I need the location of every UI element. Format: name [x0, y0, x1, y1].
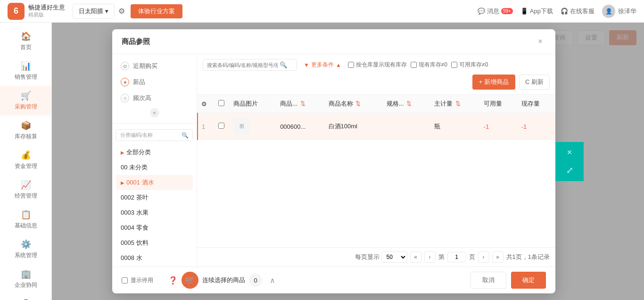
page-size-select[interactable]: 10 20 50 100	[381, 251, 407, 263]
product-thumbnail: 图	[233, 118, 250, 135]
col-code[interactable]: 商品... ⇅	[276, 95, 324, 113]
right-expand-button[interactable]: ⤢	[566, 165, 573, 175]
app-download-item[interactable]: 📱 App下载	[520, 7, 553, 16]
checkbox-warehouse-input[interactable]	[348, 62, 354, 68]
checkbox-available-not-zero[interactable]: 可用库存≠0	[451, 61, 488, 69]
category-all[interactable]: ▶ 全部分类	[116, 145, 193, 160]
quick-recent[interactable]: ⊙ 近期购买	[116, 58, 193, 74]
row-image-cell: 图	[230, 113, 276, 140]
user-avatar-area[interactable]: 👤 徐泽华	[602, 5, 636, 18]
sidebar-item-finance[interactable]: 💰 资金管理	[0, 145, 51, 175]
category-0003[interactable]: 0003 水果	[116, 205, 193, 220]
prev-page-button[interactable]: ‹	[424, 251, 436, 263]
product-table-wrapper: ⚙ 商品图片	[197, 95, 555, 247]
headset-icon: 🎧	[561, 8, 568, 15]
row-checkbox[interactable]	[218, 123, 224, 129]
dropdown-arrow: ▾	[105, 8, 108, 15]
recent-icon: ⊙	[121, 62, 129, 70]
more-filter-button[interactable]: ▼ 更多条件 ▲	[301, 59, 344, 71]
last-page-button[interactable]: »	[492, 251, 504, 263]
add-product-button[interactable]: + 新增商品	[472, 75, 515, 90]
filter-icon: ▼	[304, 62, 309, 68]
fold-button[interactable]: ∧	[266, 274, 279, 287]
sidebar-label-operation: 经营管理	[15, 192, 37, 200]
sidebar-item-home[interactable]: 🏠 首页	[0, 26, 51, 56]
main-layout: 🏠 首页 📊 销售管理 🛒 采购管理 📦 库存核算 💰 资金管理 📈 经营管理 …	[0, 23, 644, 300]
category-0005[interactable]: 0005 饮料	[116, 235, 193, 250]
store-selector[interactable]: 日太阳膜 ▾	[73, 4, 115, 19]
logo-sub: 精易版	[28, 11, 65, 18]
col-settings-icon: ⚙	[201, 100, 207, 108]
sidebar-item-inventory[interactable]: 📦 库存核算	[0, 116, 51, 145]
category-0001[interactable]: ▶ 0001 酒水	[116, 175, 193, 190]
right-close-button[interactable]: ×	[567, 148, 572, 158]
col-checkbox[interactable]	[215, 95, 230, 113]
checkbox-stock-input[interactable]	[411, 62, 417, 68]
sidebar-item-operation[interactable]: 📈 经营管理	[0, 175, 51, 205]
show-disabled-label: 显示停用	[131, 276, 153, 284]
message-icon: 💬	[478, 8, 485, 15]
message-item[interactable]: 💬 消息 99+	[478, 7, 513, 16]
category-00[interactable]: 00 未分类	[116, 160, 193, 175]
next-page-button[interactable]: ›	[478, 251, 489, 263]
col-settings[interactable]: ⚙	[198, 95, 215, 113]
category-0002[interactable]: 0002 茶叶	[116, 190, 193, 205]
cart-icon[interactable]: 🛒	[182, 272, 198, 289]
purchase-icon: 🛒	[21, 91, 31, 101]
sidebar-item-sales[interactable]: 📊 销售管理	[0, 56, 51, 86]
total-info: 共1页，1条记录	[506, 253, 550, 261]
divider	[112, 123, 197, 124]
sidebar-item-basic[interactable]: 📋 基础信息	[0, 205, 51, 234]
sidebar-item-enterprise[interactable]: 🏢 企业协同	[0, 264, 51, 294]
category-0004[interactable]: 0004 零食	[116, 220, 193, 235]
product-reference-modal: 商品参照 × ⊙ 近期购买 ★ 新	[112, 29, 555, 293]
col-spec[interactable]: 规格... ⇅	[383, 95, 430, 113]
sidebar-label-enterprise: 企业协同	[15, 281, 37, 289]
sidebar-item-guide[interactable]: 🎯 新手引导	[0, 294, 51, 300]
page-number-input[interactable]	[447, 252, 466, 262]
store-name: 日太阳膜	[79, 7, 103, 16]
product-search-box[interactable]: 🔍	[203, 59, 297, 71]
logo-name: 畅捷通好生意	[28, 4, 65, 12]
logo-area: 6 畅捷通好生意 精易版	[8, 3, 65, 20]
product-search-input[interactable]	[207, 62, 278, 68]
enterprise-icon: 🏢	[21, 269, 31, 279]
col-name[interactable]: 商品名称 ⇅	[325, 95, 383, 113]
refresh-button[interactable]: C 刷新	[519, 75, 550, 90]
online-service-item[interactable]: 🎧 在线客服	[561, 7, 594, 16]
select-all-checkbox[interactable]	[218, 100, 224, 106]
row-checkbox-cell[interactable]	[215, 113, 230, 140]
confirm-button[interactable]: 确定	[511, 272, 546, 289]
modal-right-panel: 🔍 ▼ 更多条件 ▲ 按仓库显示现有库存	[197, 54, 555, 267]
page-size-selector[interactable]: 每页显示 10 20 50 100	[355, 251, 407, 263]
modal-header: 商品参照 ×	[112, 29, 555, 54]
category-search[interactable]: 分类编码/名称 🔍	[116, 129, 193, 141]
logo-icon: 6	[8, 3, 25, 20]
first-page-button[interactable]: «	[410, 251, 421, 263]
spec-sort-icon: ⇅	[406, 100, 412, 107]
sidebar-label-system: 系统管理	[15, 251, 37, 259]
sidebar-item-system[interactable]: ⚙️ 系统管理	[0, 234, 51, 264]
help-icon: ❓	[168, 276, 178, 285]
category-search-placeholder: 分类编码/名称	[120, 132, 153, 139]
show-disabled-checkbox[interactable]	[122, 277, 128, 283]
modal-close-button[interactable]: ×	[535, 36, 546, 47]
cancel-button[interactable]: 取消	[471, 272, 506, 289]
cart-count: 0	[249, 274, 262, 287]
checkbox-available-input[interactable]	[451, 62, 457, 68]
nav-right: 💬 消息 99+ 📱 App下载 🎧 在线客服 👤 徐泽华	[478, 5, 636, 18]
category-0008[interactable]: 0008 水	[116, 250, 193, 263]
sidebar-item-purchase[interactable]: 🛒 采购管理	[0, 86, 51, 116]
table-row[interactable]: 1 图 000600...	[198, 113, 555, 140]
checkbox-warehouse[interactable]: 按仓库显示现有库存	[348, 61, 407, 69]
collapse-button[interactable]: «	[150, 108, 159, 117]
quick-frequent[interactable]: ☆ 频次高	[116, 90, 193, 106]
trial-button[interactable]: 体验行业方案	[131, 4, 182, 18]
content-area: 查询 设置 刷新 商品参照 × ⊙	[52, 23, 644, 300]
quick-new[interactable]: ★ 新品	[116, 74, 193, 90]
col-unit[interactable]: 主计量 ⇅	[430, 95, 479, 113]
checkbox-stock-not-zero[interactable]: 现有库存≠0	[411, 61, 447, 69]
settings-icon[interactable]: ⚙	[118, 7, 125, 16]
sidebar-label-home: 首页	[20, 43, 32, 51]
name-sort-icon: ⇅	[355, 100, 361, 107]
